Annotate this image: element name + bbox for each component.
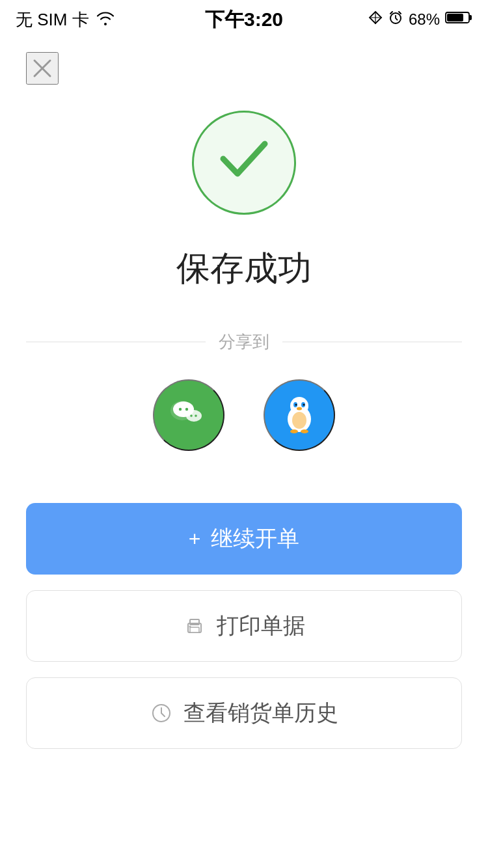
svg-point-18 [303, 404, 305, 406]
print-receipt-label: 打印单据 [217, 611, 305, 641]
share-icons-row [153, 379, 335, 451]
svg-rect-2 [469, 15, 472, 20]
continue-order-label: 继续开单 [211, 524, 299, 554]
continue-order-button[interactable]: + 继续开单 [26, 503, 462, 575]
divider-line-right [282, 342, 462, 342]
svg-point-9 [179, 408, 182, 411]
divider-line-left [26, 342, 206, 342]
svg-point-19 [297, 407, 302, 411]
battery-label: 68% [409, 10, 440, 29]
battery-icon [445, 10, 472, 29]
svg-point-10 [185, 408, 188, 411]
no-sim-label: 无 SIM 卡 [16, 8, 89, 31]
status-right: 68% [368, 10, 472, 29]
plus-icon: + [189, 527, 201, 551]
svg-point-11 [190, 414, 193, 417]
printer-icon [183, 614, 206, 638]
svg-point-17 [295, 404, 297, 406]
svg-point-22 [301, 429, 308, 433]
share-divider: 分享到 [26, 331, 462, 353]
svg-rect-3 [447, 14, 463, 21]
success-title: 保存成功 [176, 246, 312, 292]
action-buttons: + 继续开单 打印单据 查看销货单历史 [26, 503, 462, 749]
alarm-icon [388, 10, 403, 29]
main-content: 保存成功 分享到 [0, 98, 488, 868]
svg-point-12 [195, 414, 197, 417]
svg-point-20 [292, 412, 306, 429]
location-icon [368, 10, 383, 29]
close-button[interactable] [26, 52, 59, 85]
status-bar: 无 SIM 卡 下午3:20 68% [0, 0, 488, 39]
share-wechat-button[interactable] [153, 379, 224, 451]
svg-rect-25 [190, 627, 199, 632]
checkmark-icon [218, 136, 270, 190]
share-label: 分享到 [219, 331, 269, 353]
svg-point-8 [186, 410, 202, 422]
svg-point-21 [290, 429, 298, 433]
view-history-label: 查看销货单历史 [183, 698, 338, 728]
share-qq-button[interactable] [264, 379, 335, 451]
success-icon-circle [192, 111, 296, 215]
status-time: 下午3:20 [205, 7, 283, 33]
status-left: 无 SIM 卡 [16, 8, 115, 31]
view-history-button[interactable]: 查看销货单历史 [26, 677, 462, 749]
close-area [0, 39, 488, 98]
history-icon [150, 701, 173, 725]
wifi-icon [96, 10, 115, 30]
print-receipt-button[interactable]: 打印单据 [26, 590, 462, 662]
svg-point-26 [189, 626, 191, 628]
